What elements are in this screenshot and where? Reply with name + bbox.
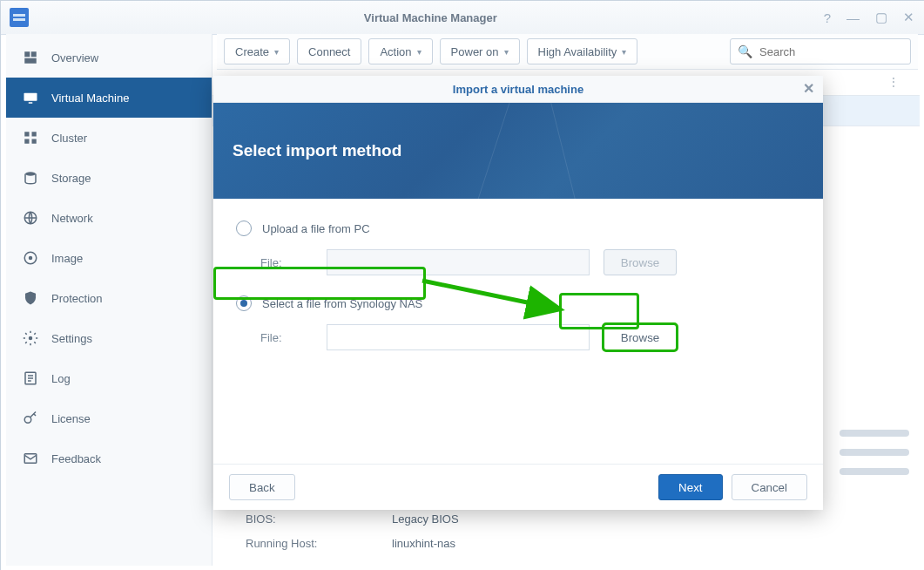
log-icon — [22, 370, 39, 387]
image-icon — [22, 249, 39, 267]
svg-rect-1 — [31, 51, 37, 57]
caret-icon: ▾ — [504, 47, 509, 57]
create-button[interactable]: Create▾ — [224, 38, 290, 64]
svg-rect-7 — [24, 139, 29, 144]
option-upload-from-pc[interactable]: Upload a file from PC — [236, 216, 800, 241]
button-label: Action — [380, 45, 411, 58]
network-icon — [22, 209, 39, 227]
mail-icon — [22, 450, 39, 467]
file-input-nas[interactable] — [327, 324, 590, 350]
search-icon: 🔍 — [738, 44, 752, 58]
sidebar-item-overview[interactable]: Overview — [6, 37, 212, 78]
svg-rect-4 — [29, 102, 33, 104]
running-host-label: Running Host: — [246, 537, 392, 550]
dialog-title-bar: Import a virtual machine ✕ — [213, 76, 823, 103]
caret-icon: ▾ — [622, 47, 626, 57]
bios-value: Legacy BIOS — [392, 512, 459, 526]
connect-button[interactable]: Connect — [297, 38, 361, 64]
sidebar-item-log[interactable]: Log — [6, 358, 212, 398]
window-title: Virtual Machine Manager — [37, 11, 824, 24]
svg-rect-5 — [24, 132, 29, 136]
high-availability-button[interactable]: High Availability▾ — [527, 38, 638, 64]
file-input-pc — [327, 249, 590, 275]
option-select-from-nas[interactable]: Select a file from Synology NAS — [236, 291, 800, 316]
dashboard-icon — [22, 49, 39, 66]
sidebar-item-network[interactable]: Network — [6, 198, 212, 238]
svg-rect-6 — [32, 132, 37, 136]
sidebar-item-image[interactable]: Image — [6, 238, 212, 278]
table-more-button[interactable]: ⋮ — [883, 76, 904, 88]
button-label: Create — [235, 45, 269, 58]
app-icon — [10, 8, 29, 27]
help-button[interactable]: ? — [824, 10, 831, 25]
app-window: Virtual Machine Manager ? — ▢ ✕ Overview… — [0, 0, 924, 570]
dialog-close-button[interactable]: ✕ — [803, 80, 814, 97]
back-button[interactable]: Back — [229, 474, 295, 500]
sidebar-item-label: Network — [51, 212, 93, 225]
shield-icon — [22, 289, 39, 307]
sidebar-item-label: Cluster — [51, 132, 87, 145]
running-host-value: linuxhint-nas — [392, 537, 455, 550]
title-bar: Virtual Machine Manager ? — ▢ ✕ — [1, 1, 924, 35]
svg-point-13 — [29, 336, 33, 341]
gear-icon — [22, 329, 39, 347]
maximize-button[interactable]: ▢ — [875, 10, 887, 25]
vm-details: BIOS: Legacy BIOS Running Host: linuxhin… — [246, 506, 909, 555]
sidebar-item-storage[interactable]: Storage — [6, 158, 212, 198]
svg-rect-0 — [24, 51, 30, 57]
dialog-footer: Back Next Cancel — [213, 464, 823, 510]
svg-point-9 — [25, 172, 36, 176]
sidebar-item-virtual-machine[interactable]: Virtual Machine — [6, 78, 212, 118]
window-controls: ? — ▢ ✕ — [824, 10, 914, 25]
sidebar-item-label: Protection — [51, 292, 103, 305]
sidebar-item-feedback[interactable]: Feedback — [6, 438, 212, 478]
radio-unchecked-icon[interactable] — [236, 221, 252, 236]
option-label: Upload a file from PC — [262, 222, 370, 235]
sidebar-item-label: Image — [51, 252, 83, 265]
dialog-title: Import a virtual machine — [453, 83, 583, 96]
dialog-body: Upload a file from PC File: Browse Selec… — [213, 199, 823, 464]
power-on-button[interactable]: Power on▾ — [440, 38, 520, 64]
vm-status-bars — [840, 417, 909, 487]
key-icon — [22, 410, 39, 427]
sidebar-item-license[interactable]: License — [6, 398, 212, 438]
caret-icon: ▾ — [274, 47, 279, 57]
file-row-pc: File: Browse — [260, 249, 800, 275]
file-label: File: — [260, 331, 313, 344]
sidebar-item-cluster[interactable]: Cluster — [6, 118, 212, 158]
action-button[interactable]: Action▾ — [368, 38, 432, 64]
minimize-button[interactable]: — — [846, 10, 860, 25]
radio-checked-icon[interactable] — [236, 295, 252, 311]
sidebar-item-label: Feedback — [51, 452, 101, 465]
dialog-heading: Select import method — [233, 141, 401, 160]
button-label: High Availability — [538, 45, 617, 58]
svg-point-12 — [29, 256, 33, 261]
svg-rect-3 — [24, 93, 37, 101]
browse-pc-button: Browse — [604, 249, 677, 275]
cancel-button[interactable]: Cancel — [732, 474, 808, 500]
next-button[interactable]: Next — [658, 474, 722, 500]
search-box[interactable]: 🔍 — [730, 38, 911, 64]
svg-point-18 — [24, 417, 31, 424]
bios-label: BIOS: — [246, 512, 392, 526]
close-window-button[interactable]: ✕ — [903, 10, 914, 25]
toolbar: Create▾ Connect Action▾ Power on▾ High A… — [217, 34, 918, 70]
sidebar-item-protection[interactable]: Protection — [6, 278, 212, 318]
storage-icon — [22, 169, 39, 187]
sidebar: Overview Virtual Machine Cluster Storage… — [6, 34, 212, 566]
sidebar-item-label: Storage — [51, 172, 91, 185]
import-vm-dialog: Import a virtual machine ✕ Select import… — [213, 76, 823, 510]
cluster-icon — [22, 129, 39, 146]
option-label: Select a file from Synology NAS — [262, 297, 422, 310]
sidebar-item-settings[interactable]: Settings — [6, 318, 212, 358]
browse-nas-button[interactable]: Browse — [604, 324, 677, 350]
sidebar-item-label: Virtual Machine — [51, 92, 129, 105]
caret-icon: ▾ — [417, 47, 422, 57]
button-label: Power on — [451, 45, 499, 58]
svg-rect-2 — [24, 58, 37, 64]
sidebar-item-label: Overview — [51, 51, 98, 64]
sidebar-item-label: Settings — [51, 332, 92, 345]
search-input[interactable] — [758, 44, 907, 59]
sidebar-item-label: Log — [51, 372, 71, 385]
file-row-nas: File: Browse — [260, 324, 800, 350]
